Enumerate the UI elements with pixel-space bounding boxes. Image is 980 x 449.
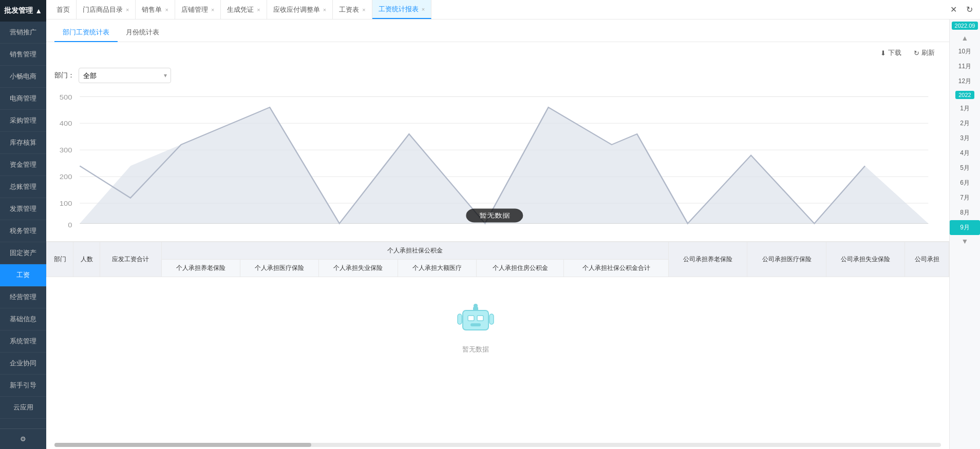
- svg-text:200: 200: [60, 173, 72, 181]
- tab-label-7: 工资统计报表: [379, 5, 419, 14]
- close-all-icon[interactable]: ✕: [947, 4, 960, 15]
- stats-table: 部门 人数 应发工资合计 个人承担社保公积金 公司承担养老保险 公司承担医疗保险…: [46, 242, 949, 375]
- sidebar-item-12[interactable]: 经营管理: [0, 286, 46, 308]
- timeline-month-5[interactable]: 5月: [950, 161, 980, 175]
- tab-label-2: 销售单: [142, 5, 162, 14]
- timeline-month-7[interactable]: 7月: [950, 190, 980, 205]
- tab-close-7[interactable]: ×: [422, 6, 425, 12]
- subtab-bar: 部门工资统计表月份统计表: [46, 19, 949, 42]
- timeline-month-4[interactable]: 4月: [950, 146, 980, 161]
- sidebar-item-10[interactable]: 固定资产: [0, 242, 46, 264]
- tab-close-4[interactable]: ×: [257, 7, 260, 13]
- toolbar: ⬇ 下载 ↻ 刷新: [46, 42, 949, 64]
- tab-item-5[interactable]: 应收应付调整单×: [267, 0, 333, 19]
- subtabs-container: 部门工资统计表月份统计表: [54, 24, 167, 42]
- sidebar-item-0[interactable]: 营销推广: [0, 22, 46, 44]
- sidebar-item-5[interactable]: 库存核算: [0, 132, 46, 154]
- refresh-tab-icon[interactable]: ↻: [963, 4, 976, 15]
- tab-close-5[interactable]: ×: [323, 7, 326, 13]
- filter-row: 部门： 全部 部门A 部门B: [46, 64, 949, 87]
- sidebar-item-13[interactable]: 基础信息: [0, 308, 46, 330]
- col-company-medical: 公司承担医疗保险: [747, 242, 826, 277]
- download-label: 下载: [888, 48, 901, 57]
- tab-label-5: 应收应付调整单: [273, 5, 320, 14]
- svg-text:暂无数据: 暂无数据: [479, 212, 511, 219]
- sidebar-item-2[interactable]: 小畅电商: [0, 66, 46, 88]
- tab-item-3[interactable]: 店铺管理×: [175, 0, 221, 19]
- timeline-month-3[interactable]: 3月: [950, 131, 980, 146]
- tab-item-6[interactable]: 工资表×: [333, 0, 372, 19]
- sidebar-item-9[interactable]: 税务管理: [0, 220, 46, 242]
- timeline-month-1[interactable]: 1月: [950, 101, 980, 116]
- dept-select[interactable]: 全部 部门A 部门B: [79, 68, 171, 83]
- tab-close-1[interactable]: ×: [126, 7, 129, 13]
- timeline-year-2022[interactable]: 2022: [955, 91, 974, 99]
- timeline-panel: 2022.09 ▲ 10月 11月 12月 2022 1月 2月 3月 4月 5…: [949, 19, 980, 449]
- svg-rect-15: [463, 310, 488, 330]
- sidebar-item-3[interactable]: 电商管理: [0, 88, 46, 110]
- timeline-month-11[interactable]: 11月: [950, 59, 980, 74]
- empty-row: 暂无数据: [47, 277, 949, 375]
- tab-close-3[interactable]: ×: [211, 7, 214, 13]
- sidebar-item-16[interactable]: 新手引导: [0, 375, 46, 397]
- tab-bar: 首页门店商品目录×销售单×店铺管理×生成凭证×应收应付调整单×工资表×工资统计报…: [46, 0, 980, 19]
- page-panel: 部门工资统计表月份统计表 ⬇ 下载 ↻ 刷新 部门： 全部: [46, 19, 949, 449]
- col-total-salary: 应发工资合计: [100, 242, 162, 277]
- col-group-personal: 个人承担社保公积金: [161, 242, 668, 260]
- tab-item-1[interactable]: 门店商品目录×: [77, 0, 136, 19]
- sidebar-item-17[interactable]: 云应用: [0, 397, 46, 419]
- timeline-month-9[interactable]: 9月: [950, 220, 980, 235]
- svg-text:0: 0: [68, 222, 72, 229]
- download-icon: ⬇: [880, 49, 886, 57]
- empty-text: 暂无数据: [462, 345, 489, 354]
- empty-icon: [455, 298, 496, 339]
- timeline-arrow-up[interactable]: ▲: [959, 32, 971, 44]
- tab-item-7[interactable]: 工资统计报表×: [372, 0, 431, 19]
- refresh-label: 刷新: [921, 48, 935, 57]
- subtab-0[interactable]: 部门工资统计表: [54, 24, 118, 42]
- timeline-year-label[interactable]: 2022.09: [952, 22, 978, 30]
- table-area: 部门 人数 应发工资合计 个人承担社保公积金 公司承担养老保险 公司承担医疗保险…: [46, 241, 949, 441]
- timeline-month-10[interactable]: 10月: [950, 44, 980, 59]
- col-company-pension: 公司承担养老保险: [669, 242, 747, 277]
- sidebar-collapse-icon[interactable]: ▲: [35, 7, 42, 15]
- sidebar-items: 营销推广销售管理小畅电商电商管理采购管理库存核算资金管理总账管理发票管理税务管理…: [0, 22, 46, 419]
- svg-text:400: 400: [60, 121, 72, 128]
- svg-marker-12: [80, 107, 928, 223]
- col-dept: 部门: [47, 242, 73, 277]
- col-personal-bigmedical: 个人承担大额医疗: [398, 260, 476, 277]
- sidebar-header-label: 批发管理: [4, 6, 33, 15]
- horizontal-scrollbar[interactable]: [54, 443, 941, 447]
- sidebar-item-1[interactable]: 销售管理: [0, 44, 46, 66]
- empty-state: 暂无数据: [47, 277, 905, 375]
- tab-close-6[interactable]: ×: [362, 7, 365, 13]
- tab-item-4[interactable]: 生成凭证×: [221, 0, 267, 19]
- sidebar-item-6[interactable]: 资金管理: [0, 154, 46, 176]
- tab-item-2[interactable]: 销售单×: [136, 0, 175, 19]
- tab-label-4: 生成凭证: [227, 5, 254, 14]
- sidebar-item-15[interactable]: 企业协同: [0, 353, 46, 375]
- download-button[interactable]: ⬇ 下载: [874, 46, 908, 60]
- chart-svg: 500 400 300 200 100 0: [54, 91, 941, 230]
- svg-point-20: [474, 304, 478, 308]
- timeline-month-12[interactable]: 12月: [950, 74, 980, 89]
- tab-close-2[interactable]: ×: [165, 7, 168, 13]
- sidebar-item-14[interactable]: 系统管理: [0, 330, 46, 353]
- col-company-unemployment: 公司承担失业保险: [826, 242, 904, 277]
- col-personal-unemployment: 个人承担失业保险: [319, 260, 398, 277]
- sidebar-item-8[interactable]: 发票管理: [0, 198, 46, 220]
- sidebar-header[interactable]: 批发管理 ▲: [0, 0, 46, 22]
- sidebar-item-4[interactable]: 采购管理: [0, 110, 46, 132]
- scrollbar-thumb[interactable]: [54, 443, 311, 447]
- timeline-month-8[interactable]: 8月: [950, 205, 980, 220]
- tab-item-0[interactable]: 首页: [50, 0, 77, 19]
- refresh-button[interactable]: ↻ 刷新: [908, 46, 941, 60]
- sidebar-item-7[interactable]: 总账管理: [0, 176, 46, 198]
- sidebar-item-11[interactable]: 工资: [0, 264, 46, 286]
- timeline-month-2[interactable]: 2月: [950, 116, 980, 131]
- subtab-1[interactable]: 月份统计表: [118, 24, 167, 42]
- timeline-month-6[interactable]: 6月: [950, 175, 980, 190]
- svg-text:100: 100: [60, 200, 72, 207]
- timeline-arrow-down[interactable]: ▼: [959, 235, 971, 247]
- settings-button[interactable]: ⚙: [0, 428, 46, 449]
